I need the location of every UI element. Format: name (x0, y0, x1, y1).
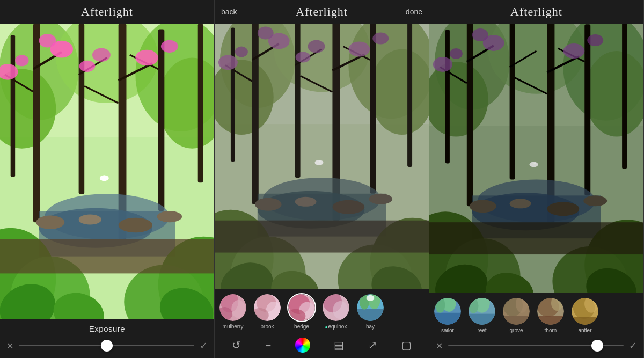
panel-exposure-header: Afterlight (0, 0, 214, 24)
svg-point-20 (39, 34, 56, 47)
panel-filters-header: back Afterlight done (215, 0, 429, 24)
filter-item-brook[interactable]: brook (252, 293, 282, 330)
tool-bar: ↺ ≡ ▤ ⤢ ▢ (215, 333, 429, 358)
svg-rect-152 (429, 222, 643, 254)
filter-item-thorn[interactable]: thorn (536, 297, 566, 333)
filter-controls: mulberry brook (215, 289, 429, 358)
photo-area-1 (0, 24, 214, 319)
more-filter-slider[interactable] (448, 345, 624, 346)
slider-thumb-3[interactable] (591, 340, 603, 352)
svg-point-66 (235, 47, 248, 57)
svg-point-76 (295, 197, 317, 207)
svg-rect-168 (503, 316, 530, 325)
cancel-icon-3[interactable]: ✕ (436, 341, 443, 351)
svg-point-143 (510, 199, 531, 208)
svg-point-65 (218, 55, 238, 70)
crop-tool[interactable]: ⤢ (368, 339, 377, 352)
filter-item-bay[interactable]: bay (355, 293, 385, 330)
svg-rect-11 (198, 24, 203, 182)
filter-item-grove[interactable]: grove (501, 297, 531, 333)
svg-point-32 (79, 214, 101, 224)
svg-point-141 (470, 200, 496, 213)
filter-circle-bay[interactable] (356, 293, 385, 322)
filter-item-equinox[interactable]: ●equinox (321, 293, 351, 330)
svg-point-26 (161, 40, 178, 53)
filter-label-mulberry: mulberry (223, 324, 244, 330)
filter-circle-hedge[interactable] (287, 293, 316, 322)
svg-point-142 (547, 202, 579, 216)
adjust-tool[interactable]: ≡ (265, 339, 271, 352)
exposure-label: Exposure (0, 319, 214, 337)
back-button[interactable]: back (221, 8, 237, 16)
svg-rect-120 (467, 24, 473, 206)
svg-rect-54 (370, 24, 376, 194)
exposure-slider[interactable] (19, 345, 194, 346)
svg-point-106 (333, 301, 348, 319)
svg-point-86 (315, 160, 324, 165)
filter-circle-antler[interactable] (570, 297, 599, 326)
color-wheel-tool[interactable] (295, 338, 310, 353)
more-filter-controls: sailor reef (429, 293, 643, 358)
panel-more-filters: Afterlight (429, 0, 644, 358)
svg-point-164 (469, 298, 479, 313)
panel-filters: back Afterlight done (215, 0, 429, 358)
filter-item-hedge[interactable]: hedge (287, 293, 317, 330)
filter-circle-brook[interactable] (253, 293, 282, 322)
panel-exposure: Afterlight (0, 0, 215, 358)
svg-point-75 (332, 200, 364, 214)
app-title-2: Afterlight (296, 5, 348, 19)
filter-circle-thorn[interactable] (536, 297, 565, 326)
filter-circle-equinox[interactable] (321, 293, 350, 322)
svg-rect-124 (622, 24, 627, 169)
filter-circle-reef[interactable] (467, 297, 496, 326)
svg-point-144 (583, 195, 607, 206)
confirm-icon[interactable]: ✓ (200, 340, 208, 352)
svg-rect-162 (469, 314, 495, 325)
exposure-controls: Exposure ✕ ✓ (0, 319, 214, 358)
svg-point-137 (587, 34, 603, 46)
frame-tool[interactable]: ▢ (401, 339, 412, 352)
svg-point-64 (258, 27, 274, 40)
app-title-3: Afterlight (510, 5, 562, 19)
confirm-icon-3[interactable]: ✓ (629, 340, 637, 352)
filter-circle-grove[interactable] (502, 297, 531, 326)
slider-thumb[interactable] (101, 340, 113, 352)
app-title-1: Afterlight (81, 5, 133, 19)
svg-rect-7 (33, 24, 40, 222)
filter-circle-mulberry[interactable] (218, 293, 247, 322)
svg-point-31 (119, 218, 152, 233)
svg-rect-51 (252, 24, 259, 204)
svg-rect-56 (231, 28, 235, 162)
svg-rect-121 (510, 24, 515, 179)
filter-item-mulberry[interactable]: mulberry (218, 293, 248, 330)
photo-area-3 (429, 24, 643, 293)
svg-point-22 (15, 55, 28, 66)
more-filter-slider-row: ✕ ✓ (429, 337, 643, 358)
svg-point-133 (472, 28, 488, 41)
svg-rect-109 (357, 309, 384, 321)
filter-label-reef: reef (477, 327, 486, 333)
svg-rect-10 (158, 30, 165, 211)
filter-circle-sailor[interactable] (433, 297, 462, 326)
svg-point-25 (135, 50, 158, 66)
cancel-icon[interactable]: ✕ (6, 341, 13, 351)
svg-point-67 (308, 40, 325, 53)
svg-point-68 (296, 52, 311, 62)
filter-item-sailor[interactable]: sailor (433, 297, 463, 333)
filter-label-grove: grove (509, 327, 523, 333)
svg-point-74 (255, 198, 282, 211)
svg-point-153 (530, 162, 538, 167)
done-button[interactable]: done (406, 8, 422, 16)
svg-rect-12 (11, 35, 15, 177)
svg-rect-123 (584, 24, 590, 195)
svg-rect-125 (445, 30, 450, 163)
filter-item-reef[interactable]: reef (467, 297, 497, 333)
filter-label-antler: antler (578, 327, 591, 333)
filter-item-antler[interactable]: antler (570, 297, 600, 333)
svg-rect-55 (407, 24, 412, 167)
film-tool[interactable]: ▤ (334, 339, 344, 352)
svg-point-136 (563, 43, 584, 59)
exposure-slider-row: ✕ ✓ (0, 337, 214, 358)
svg-point-135 (450, 48, 463, 59)
rotate-tool[interactable]: ↺ (232, 339, 241, 352)
